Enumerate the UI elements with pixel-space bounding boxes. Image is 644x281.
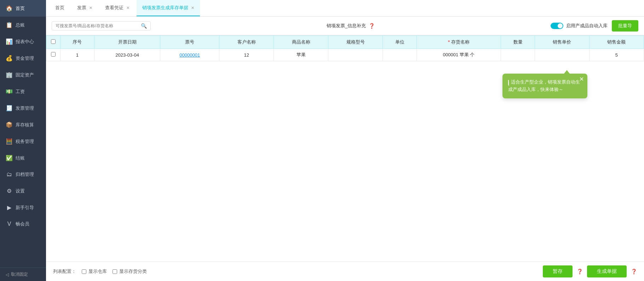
sidebar-item-inventory[interactable]: 📦 库存核算 xyxy=(0,116,46,133)
col-date: 开票日期 xyxy=(94,36,160,49)
row-quantity xyxy=(501,49,535,61)
col-inventory: 存货名称 xyxy=(417,36,501,49)
sidebar-item-label: 固定资产 xyxy=(16,72,34,78)
sidebar-item-label: 归档管理 xyxy=(16,171,34,178)
home-icon: 🏠 xyxy=(6,5,13,12)
tab-bar: 首页 发票 ✕ 查看凭证 ✕ 销项发票生成库存单据 ✕ xyxy=(46,0,644,17)
tab-generate-inventory[interactable]: 销项发票生成库存单据 ✕ xyxy=(137,0,200,16)
tooltip-text: 适合生产型企业，销项发票自动生成产成品入库，快来体验～ xyxy=(508,79,580,92)
tab-generate-inventory-label: 销项发票生成库存单据 xyxy=(142,5,188,11)
save-button[interactable]: 暂存 xyxy=(543,265,573,277)
toggle-label: 启用产成品自动入库 xyxy=(566,23,608,29)
sidebar-item-label: 首页 xyxy=(16,5,25,12)
sidebar-item-label: 设置 xyxy=(16,188,25,194)
tab-invoice[interactable]: 发票 ✕ xyxy=(71,0,98,16)
col-customer: 客户名称 xyxy=(219,36,274,49)
col-unit: 单位 xyxy=(383,36,417,49)
row-amount: 5 xyxy=(589,49,644,61)
col-quantity: 数量 xyxy=(501,36,535,49)
sidebar-item-settings[interactable]: ⚙ 设置 xyxy=(0,183,46,199)
sidebar: 🏠 首页 📋 总账 📊 报表中心 💰 资金管理 🏢 固定资产 💵 工资 🧾 发票… xyxy=(0,0,46,281)
sidebar-item-assets[interactable]: 🏢 固定资产 xyxy=(0,67,46,83)
sidebar-item-label: 报表中心 xyxy=(16,39,34,45)
ticket-link[interactable]: 00000001 xyxy=(179,52,200,58)
main-area: 首页 发票 ✕ 查看凭证 ✕ 销项发票生成库存单据 ✕ 🔍 销项发票_信息补充 … xyxy=(46,0,644,281)
ledger-icon: 📋 xyxy=(6,22,13,28)
tab-home[interactable]: 首页 xyxy=(50,0,70,16)
sidebar-item-label: 资金管理 xyxy=(16,55,34,62)
sidebar-item-label: 发票管理 xyxy=(16,105,34,111)
batch-button[interactable]: 批量导 xyxy=(612,20,638,31)
tooltip-close[interactable]: ✕ xyxy=(579,76,584,82)
row-seq: 1 xyxy=(61,49,94,61)
sidebar-item-closing[interactable]: ✅ 结账 xyxy=(0,150,46,166)
tab-voucher-close[interactable]: ✕ xyxy=(126,6,130,10)
row-customer: 12 xyxy=(219,49,274,61)
tooltip-cursor: | xyxy=(508,80,509,85)
search-box[interactable]: 🔍 xyxy=(52,21,151,30)
search-input[interactable] xyxy=(56,23,139,28)
col-unit-price: 销售单价 xyxy=(535,36,590,49)
sidebar-item-archive[interactable]: 🗂 归档管理 xyxy=(0,166,46,183)
unpin-icon: ◁ xyxy=(6,272,9,277)
auto-warehouse-toggle[interactable] xyxy=(551,23,563,29)
sidebar-item-home[interactable]: 🏠 首页 xyxy=(0,0,46,17)
show-warehouse-label: 显示仓库 xyxy=(88,268,107,275)
tab-generate-close[interactable]: ✕ xyxy=(191,6,194,10)
unpin-button[interactable]: ◁ 取消固定 xyxy=(0,268,46,281)
settings-icon: ⚙ xyxy=(6,188,13,194)
sidebar-item-label: 畅会员 xyxy=(16,221,29,227)
salary-icon: 💵 xyxy=(6,88,13,95)
show-warehouse-wrap: 显示仓库 xyxy=(82,268,107,275)
sidebar-item-funds[interactable]: 💰 资金管理 xyxy=(0,50,46,67)
sidebar-item-vip[interactable]: V 畅会员 xyxy=(0,216,46,232)
help-icon[interactable]: ❓ xyxy=(369,23,375,29)
row-select-checkbox[interactable] xyxy=(51,52,56,57)
row-product: 苹果 xyxy=(274,49,328,61)
list-config-label: 列表配置： xyxy=(53,268,76,275)
sidebar-item-salary[interactable]: 💵 工资 xyxy=(0,83,46,100)
tab-home-label: 首页 xyxy=(55,5,64,11)
inventory-icon: 📦 xyxy=(6,121,13,128)
row-ticket[interactable]: 00000001 xyxy=(160,49,219,61)
row-unit xyxy=(383,49,417,61)
generate-button[interactable]: 生成单据 xyxy=(587,265,627,277)
row-unit-price xyxy=(535,49,590,61)
sidebar-item-label: 总账 xyxy=(16,22,25,28)
generate-help-icon[interactable]: ❓ xyxy=(631,269,637,274)
sidebar-item-ledger[interactable]: 📋 总账 xyxy=(0,17,46,33)
archive-icon: 🗂 xyxy=(6,171,13,178)
row-checkbox xyxy=(46,49,61,61)
tab-invoice-close[interactable]: ✕ xyxy=(89,6,92,10)
unpin-label: 取消固定 xyxy=(11,271,28,277)
sidebar-item-reports[interactable]: 📊 报表中心 xyxy=(0,33,46,50)
sidebar-item-tax[interactable]: 🧮 税务管理 xyxy=(0,133,46,150)
show-category-checkbox[interactable] xyxy=(113,269,117,274)
bottom-bar: 列表配置： 显示仓库 显示存货分类 暂存 ❓ 生成单据 ❓ xyxy=(46,262,644,281)
show-warehouse-checkbox[interactable] xyxy=(82,269,86,274)
vip-icon: V xyxy=(6,221,13,227)
assets-icon: 🏢 xyxy=(6,71,13,78)
guide-icon: ▶ xyxy=(6,204,13,211)
show-category-wrap: 显示存货分类 xyxy=(113,268,147,275)
sidebar-item-guide[interactable]: ▶ 新手引导 xyxy=(0,199,46,216)
col-seq: 序号 xyxy=(61,36,94,49)
sidebar-item-label: 结账 xyxy=(16,155,25,161)
closing-icon: ✅ xyxy=(6,155,13,161)
main-table: 序号 开票日期 票号 客户名称 商品名称 规格型号 单位 存货名称 数量 销售单… xyxy=(46,35,644,61)
funds-icon: 💰 xyxy=(6,55,13,62)
col-spec: 规格型号 xyxy=(328,36,383,49)
bottom-actions: 暂存 ❓ 生成单据 ❓ xyxy=(543,265,637,277)
sidebar-item-label: 新手引导 xyxy=(16,205,34,211)
tax-icon: 🧮 xyxy=(6,138,13,145)
content-area: 🔍 销项发票_信息补充 ❓ 启用产成品自动入库 批量导 xyxy=(46,17,644,281)
tab-invoice-label: 发票 xyxy=(77,5,86,11)
select-all-checkbox[interactable] xyxy=(51,39,56,44)
save-help-icon[interactable]: ❓ xyxy=(577,269,583,274)
sidebar-item-label: 库存核算 xyxy=(16,122,34,128)
sidebar-item-invoice[interactable]: 🧾 发票管理 xyxy=(0,100,46,116)
toolbar-center: 销项发票_信息补充 ❓ xyxy=(155,23,546,29)
tab-voucher[interactable]: 查看凭证 ✕ xyxy=(99,0,135,16)
tab-voucher-label: 查看凭证 xyxy=(105,5,123,11)
sidebar-item-label: 工资 xyxy=(16,88,25,95)
